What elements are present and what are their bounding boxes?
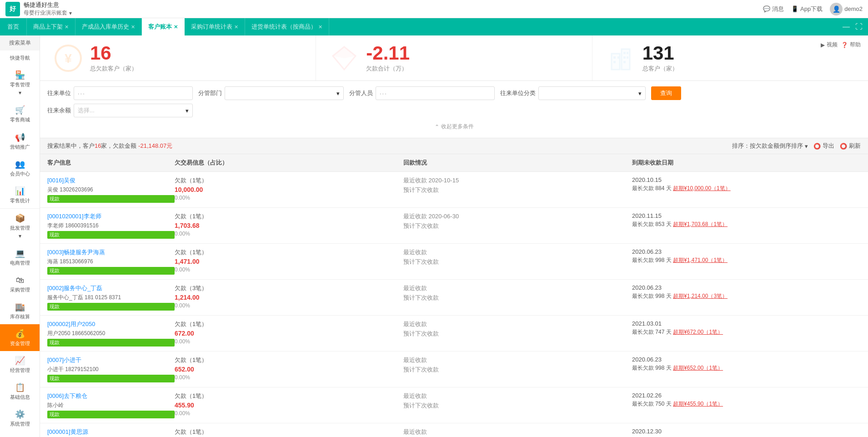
customer-contact-4: 用户2050 18665062050 (47, 330, 175, 337)
payback-next-5: 预计下次收款 (403, 366, 632, 374)
close-tab-5[interactable]: ✕ (318, 24, 322, 30)
due-link-0[interactable]: 超期¥10,000.00（1笔） (673, 185, 731, 191)
customer-name-0[interactable]: [0016]吴俊 (47, 176, 175, 185)
tab-home[interactable]: 首页 (0, 18, 27, 35)
customer-name-5[interactable]: [0007]小进干 (47, 356, 175, 364)
close-tab-3[interactable]: ✕ (174, 24, 178, 30)
customer-name-4[interactable]: [000002]用户2050 (47, 320, 175, 328)
payback-info-0: 最近收款 2020-10-15 预计下次收款 (403, 176, 632, 194)
sidebar-item-member[interactable]: 👥 会员中心 (0, 155, 40, 181)
stat-info-3: 131 总客户（家） (642, 44, 678, 73)
stat-num-debt-amount: -2.11 (366, 44, 410, 63)
nav-maximize-btn[interactable]: ⛶ (853, 21, 864, 33)
due-info-0: 2020.10.15 最长欠款 884 天 超期¥10,000.00（1笔） (632, 176, 861, 192)
customer-name-1[interactable]: [0001020001]李老师 (47, 212, 175, 221)
due-date-0: 2020.10.15 (632, 176, 861, 183)
payback-info-5: 最近收款 预计下次收款 (403, 356, 632, 374)
sidebar-item-system[interactable]: ⚙️ 系统管理 (0, 405, 40, 432)
sidebar-item-marketing[interactable]: 📢 营销推广 (0, 128, 40, 155)
industry-select[interactable]: 母婴行业演示账套 ▾ (24, 9, 72, 17)
close-tab-4[interactable]: ✕ (234, 24, 238, 30)
tab-produce-history[interactable]: 产成品入库单历史 ✕ (75, 18, 142, 35)
customer-contact-1: 李老师 18600391516 (47, 222, 175, 230)
sidebar-item-retail-stats[interactable]: 📊 零售统计 (0, 181, 40, 208)
message-btn[interactable]: 💬 消息 (763, 5, 784, 13)
tab-purchase-stats[interactable]: 采购订单统计表 ✕ (185, 18, 245, 35)
customer-unit-input[interactable]: ··· (74, 86, 193, 100)
debt-label-1: 欠款（1笔） (175, 212, 403, 221)
sidebar-item-retail-mall[interactable]: 🛒 零售商城 (0, 100, 40, 127)
sidebar-item-ecommerce[interactable]: 💻 电商管理 (0, 244, 40, 271)
tab-purchase-product-stats[interactable]: 进货单统计表（按商品） ✕ (245, 18, 329, 35)
filter-customer-unit: 往来单位 ··· (47, 86, 193, 100)
user-avatar[interactable]: 👤 demo2 (830, 3, 863, 15)
search-menu[interactable]: 搜索菜单 (0, 35, 40, 50)
customer-info-2: [0003]畅捷服务尹海蒸 海蒸 18513066976 现款 (47, 248, 175, 275)
due-date-2: 2020.06.23 (632, 248, 861, 255)
sidebar-item-finance[interactable]: 💰 资金管理 (0, 324, 40, 351)
building-icon (606, 44, 635, 73)
customer-name-3[interactable]: [0002]服务中心_丁磊 (47, 284, 175, 292)
sidebar-quick-nav[interactable]: 快捷导航 (0, 50, 40, 65)
payback-last-2: 最近收款 (403, 248, 632, 256)
payback-next-1: 预计下次收款 (403, 222, 632, 230)
stat-num-debt-customers: 16 (90, 44, 137, 63)
sidebar-item-purchase[interactable]: 🛍 采购管理 (0, 271, 40, 297)
debt-amount-4[interactable]: 672.00 (175, 330, 403, 337)
balance-select[interactable]: 选择... ▾ (74, 104, 193, 117)
debt-info-6: 欠款（1笔） 455.90 0.00% (175, 392, 403, 417)
sidebar-item-operation[interactable]: 📈 经营管理 (0, 351, 40, 378)
customer-info-7: [000001]黄思源 黄思源 13552700226 现款 (47, 428, 175, 437)
customer-name-2[interactable]: [0003]畅捷服务尹海蒸 (47, 248, 175, 256)
due-link-2[interactable]: 超期¥1,471.00（1笔） (673, 257, 728, 263)
video-help-btn[interactable]: ▶ 视频 (821, 41, 838, 49)
dept-select[interactable]: ▾ (225, 86, 344, 100)
nav-minimize-btn[interactable]: — (841, 21, 852, 33)
debt-amount-6[interactable]: 455.90 (175, 402, 403, 409)
refresh-button[interactable]: ⭕ 刷新 (840, 142, 861, 150)
due-link-4[interactable]: 超期¥672.00（1笔） (673, 329, 723, 335)
tab-customer-account[interactable]: 客户账本 ✕ (142, 18, 185, 35)
sort-selector[interactable]: 排序：按欠款金额倒序排序 ▾ (732, 142, 808, 150)
category-select[interactable]: ▾ (538, 86, 646, 100)
customer-contact-3: 服务中心_丁磊 181 0125 8371 (47, 294, 175, 301)
sidebar-item-retail-mgmt[interactable]: 🏪 零售管理 ▾ (0, 65, 40, 100)
search-button[interactable]: 查询 (651, 86, 681, 100)
tab-product-shelves[interactable]: 商品上下架 ✕ (27, 18, 75, 35)
due-info-1: 2020.11.15 最长欠款 853 天 超期¥1,703.68（1笔） (632, 212, 861, 228)
app-download-btn[interactable]: 📱 App下载 (791, 5, 823, 13)
due-link-6[interactable]: 超期¥455.90（1笔） (673, 401, 723, 407)
debt-info-0: 欠款（1笔） 10,000.00 0.00% (175, 176, 403, 201)
due-link-1[interactable]: 超期¥1,703.68（1笔） (673, 221, 728, 227)
due-link-3[interactable]: 超期¥1,214.00（3笔） (673, 293, 728, 299)
person-input[interactable]: ··· (376, 86, 495, 100)
debt-info-1: 欠款（1笔） 1,703.68 0.00% (175, 212, 403, 237)
due-info-3: 2020.06.23 最长欠款 998 天 超期¥1,214.00（3笔） (632, 284, 861, 300)
debt-amount-2[interactable]: 1,471.00 (175, 258, 403, 265)
debt-amount-5[interactable]: 652.00 (175, 366, 403, 373)
result-summary: 搜索结果中，客户16家，欠款金额 -21,148.07元 (47, 142, 172, 150)
help-btn[interactable]: ❓ 帮助 (841, 41, 861, 49)
debt-amount-3[interactable]: 1,214.00 (175, 294, 403, 301)
close-tab-2[interactable]: ✕ (131, 24, 135, 30)
close-tab-1[interactable]: ✕ (65, 24, 69, 30)
due-days-4: 最长欠款 747 天 超期¥672.00（1笔） (632, 328, 861, 336)
customer-name-7[interactable]: [000001]黄思源 (47, 428, 175, 436)
export-button[interactable]: ⭕ 导出 (813, 142, 834, 150)
sidebar-item-basic-info[interactable]: 📋 基础信息 (0, 378, 40, 405)
customer-name-6[interactable]: [0006]去下粮仓 (47, 392, 175, 400)
collapse-bar[interactable]: ⌃ 收起更多条件 (47, 121, 861, 132)
sidebar-item-inventory[interactable]: 🏬 库存核算 (0, 297, 40, 324)
due-info-2: 2020.06.23 最长欠款 998 天 超期¥1,471.00（1笔） (632, 248, 861, 264)
due-link-5[interactable]: 超期¥652.00（1笔） (673, 365, 723, 371)
sidebar: 搜索菜单 快捷导航 🏪 零售管理 ▾ 🛒 零售商城 📢 营销推广 👥 会员中心 (0, 35, 40, 437)
sidebar-item-wholesale[interactable]: 📦 批发管理 ▾ (0, 209, 40, 244)
due-days-0: 最长欠款 884 天 超期¥10,000.00（1笔） (632, 185, 861, 192)
stat-label-total: 总客户（家） (642, 65, 678, 73)
payback-last-1: 最近收款 2020-06-30 (403, 212, 632, 221)
debt-label-3: 欠款（3笔） (175, 284, 403, 292)
debt-info-3: 欠款（3笔） 1,214.00 0.00% (175, 284, 403, 309)
sidebar-item-enterprise[interactable]: 🤝 企业协同 (0, 432, 40, 437)
debt-amount-0[interactable]: 10,000.00 (175, 186, 403, 193)
debt-amount-1[interactable]: 1,703.68 (175, 222, 403, 229)
